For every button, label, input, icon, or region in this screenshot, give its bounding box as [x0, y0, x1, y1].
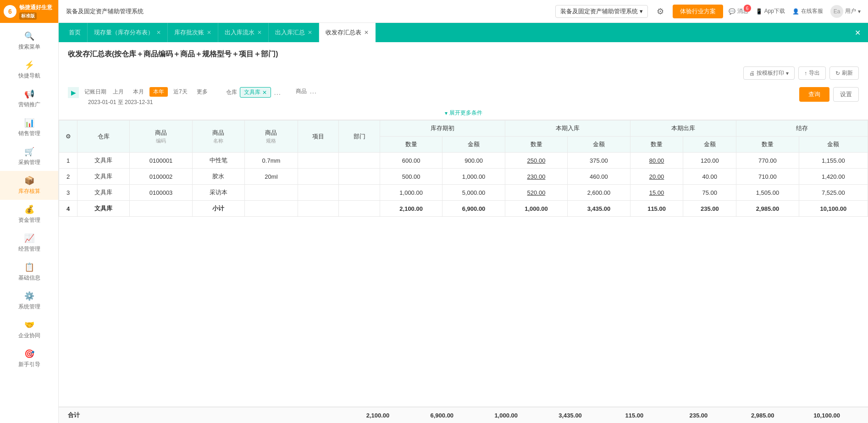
- tab-2[interactable]: 库存批次账✕: [168, 23, 218, 42]
- row-in-qty-2[interactable]: 520.00: [505, 185, 567, 201]
- footer-in_qty: 1,000.00: [474, 412, 538, 419]
- date-filter-label: 记账日期: [84, 88, 106, 96]
- in-amt-header: 金额: [568, 137, 630, 153]
- query-button[interactable]: 查询: [799, 87, 829, 102]
- row-in-qty-0[interactable]: 250.00: [505, 153, 567, 169]
- goods-more-icon[interactable]: …: [310, 87, 317, 95]
- sidebar-item-6[interactable]: 💰资金管理: [0, 200, 58, 229]
- settings-icon[interactable]: ⚙: [653, 5, 667, 18]
- spec-header: 商品规格: [245, 121, 298, 153]
- in-qty-link-0[interactable]: 250.00: [527, 157, 546, 164]
- out-qty-link-0[interactable]: 80.00: [649, 157, 664, 164]
- footer-open_qty: 2,100.00: [346, 412, 410, 419]
- row-in-amt-2: 2,600.00: [568, 185, 630, 201]
- row-out-qty-0[interactable]: 80.00: [630, 153, 683, 169]
- row-bal-qty-3: 2,985.00: [736, 201, 799, 217]
- footer-bal_qty: 2,985.00: [730, 412, 795, 419]
- logo-text-block: 畅捷通好生意 标准版: [19, 4, 52, 20]
- in-qty-link-2[interactable]: 520.00: [527, 189, 546, 196]
- sidebar-item-8[interactable]: 📋基础信息: [0, 258, 58, 286]
- out-qty-link-1[interactable]: 20.00: [649, 173, 664, 180]
- download-icon: 📱: [756, 8, 763, 15]
- tab-close-icon-5[interactable]: ✕: [364, 29, 369, 36]
- row-in-qty-1[interactable]: 230.00: [505, 169, 567, 185]
- filter-settings-button[interactable]: 设置: [833, 87, 859, 102]
- date-shortcut-本月[interactable]: 本月: [129, 87, 148, 97]
- row-spec-0: 0.7mm: [245, 153, 298, 169]
- warehouse-more-icon[interactable]: …: [274, 88, 281, 97]
- tab-3[interactable]: 出入库流水✕: [218, 23, 269, 42]
- user-menu[interactable]: Ea 用户 ▾: [830, 5, 861, 18]
- trial-button[interactable]: 体验行业方案: [673, 5, 723, 18]
- chevron-down-icon: ▾: [640, 8, 643, 15]
- warehouse-tag-value: 文具库: [244, 88, 260, 96]
- sidebar-item-10[interactable]: 🤝企业协同: [0, 315, 58, 344]
- tab-1[interactable]: 现存量（库存分布表）✕: [88, 23, 168, 42]
- user-chevron-icon: ▾: [858, 8, 861, 15]
- in-qty-link-1[interactable]: 230.00: [527, 173, 546, 180]
- row-out-qty-1[interactable]: 20.00: [630, 169, 683, 185]
- row-proj-3: [298, 201, 339, 217]
- system-dropdown[interactable]: 装备及固定资产辅助管理系统 ▾: [555, 5, 648, 18]
- date-shortcut-本年[interactable]: 本年: [149, 87, 168, 97]
- footer-open_amt: 6,900.00: [410, 412, 474, 419]
- date-shortcut-更多[interactable]: 更多: [193, 87, 211, 97]
- row-spec-1: 20ml: [245, 169, 298, 185]
- date-shortcut-近7天[interactable]: 近7天: [170, 87, 191, 97]
- row-out-qty-2[interactable]: 15.00: [630, 185, 683, 201]
- row-num-1: 2: [59, 169, 77, 185]
- refresh-icon: ↻: [835, 70, 840, 77]
- sidebar-item-5[interactable]: 📦库存核算: [0, 171, 58, 200]
- sidebar-item-9[interactable]: ⚙️系统管理: [0, 286, 58, 315]
- online-service-button[interactable]: 👤 在线客服: [792, 7, 823, 15]
- sidebar-item-0[interactable]: 🔍搜索菜单: [0, 27, 58, 55]
- sidebar-item-7[interactable]: 📈经营管理: [0, 229, 58, 258]
- sidebar-item-3[interactable]: 📊销售管理: [0, 113, 58, 142]
- data-table-container: ⚙ 仓库 商品编码 商品名称 商品规格 项目 部门 库存期初 本期入库 本期出库…: [59, 120, 868, 407]
- table-settings-header[interactable]: ⚙: [59, 121, 77, 153]
- sidebar-label-9: 系统管理: [18, 303, 40, 311]
- out-qty-link-2[interactable]: 15.00: [649, 189, 664, 196]
- export-button[interactable]: ↑ 导出: [798, 66, 826, 80]
- warehouse-tag[interactable]: 文具库 ✕: [240, 87, 271, 98]
- row-bal-qty-2: 1,505.00: [736, 185, 799, 201]
- expand-more-button[interactable]: ▾ 展开更多条件: [68, 106, 859, 120]
- sidebar-item-4[interactable]: 🛒采购管理: [0, 142, 58, 171]
- tab-close-icon-4[interactable]: ✕: [308, 29, 312, 36]
- table-row-2: 3 文具库 0100003 采访本 1,000.00 5,000.00 520.…: [59, 185, 868, 201]
- tab-4[interactable]: 出入库汇总✕: [269, 23, 319, 42]
- row-in-amt-0: 375.00: [568, 153, 630, 169]
- sidebar-item-11[interactable]: 🎯新手引导: [0, 344, 58, 373]
- row-warehouse-3: 文具库: [77, 201, 130, 217]
- tab-label-5: 收发存汇总表: [326, 28, 361, 37]
- close-all-tabs-icon[interactable]: ✕: [851, 28, 864, 37]
- tab-5[interactable]: 收发存汇总表✕: [319, 23, 376, 42]
- tab-close-icon-2[interactable]: ✕: [207, 29, 211, 36]
- row-open-qty-1: 500.00: [380, 169, 442, 185]
- tab-label-3: 出入库流水: [225, 28, 254, 37]
- print-button[interactable]: 🖨 按模板打印 ▾: [743, 66, 795, 80]
- date-shortcut-上月[interactable]: 上月: [109, 87, 127, 97]
- tab-close-icon-3[interactable]: ✕: [257, 29, 262, 36]
- sidebar-item-1[interactable]: ⚡快捷导航: [0, 55, 58, 84]
- in-qty-header: 数量: [505, 137, 567, 153]
- filter-toggle-button[interactable]: ▶: [68, 87, 79, 98]
- warehouse-tag-close-icon[interactable]: ✕: [262, 89, 267, 96]
- footer-out_qty: 115.00: [603, 412, 667, 419]
- sidebar-label-11: 新手引导: [18, 361, 40, 368]
- tab-label-0: 首页: [69, 28, 81, 37]
- tab-close-icon-1[interactable]: ✕: [156, 29, 161, 36]
- tab-0[interactable]: 首页: [62, 23, 88, 42]
- proj-header: 项目: [298, 121, 339, 153]
- sidebar-label-10: 企业协同: [18, 332, 40, 340]
- refresh-button[interactable]: ↻ 刷新: [829, 66, 859, 80]
- message-button[interactable]: 💬 消息 6: [729, 7, 748, 15]
- row-name-3: 小计: [192, 201, 244, 217]
- sidebar-item-2[interactable]: 📢营销推广: [0, 84, 58, 113]
- date-shortcuts: 上月本月本年近7天更多: [109, 87, 211, 97]
- app-download-button[interactable]: 📱 App下载: [756, 7, 785, 15]
- page-title: 收发存汇总表(按仓库＋商品编码＋商品＋规格型号＋项目＋部门): [68, 49, 859, 59]
- sidebar-label-2: 营销推广: [18, 101, 40, 109]
- row-bal-amt-0: 1,155.00: [799, 153, 868, 169]
- row-open-amt-2: 5,000.00: [442, 185, 505, 201]
